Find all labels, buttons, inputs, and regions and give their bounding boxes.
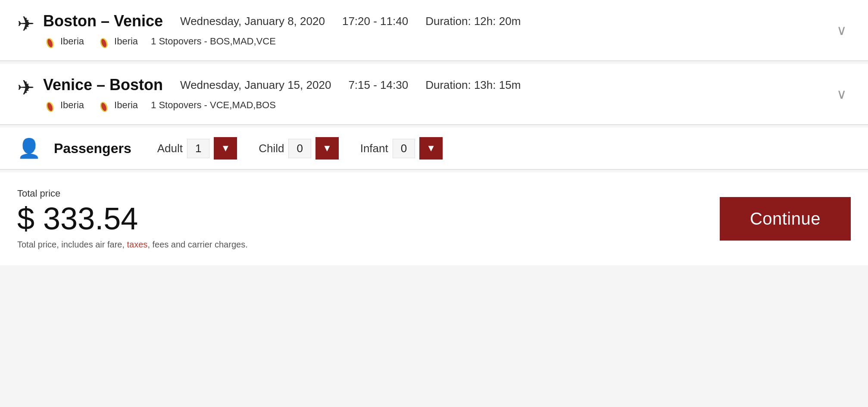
passengers-section: 👤 Passengers Adult 1 ▼ Child 0 ▼ Infant … bbox=[0, 128, 868, 170]
flight2-airline1-name: Iberia bbox=[60, 100, 84, 111]
passengers-label: Passengers bbox=[54, 141, 131, 157]
flight1-left: ✈ Boston – Venice Wednesday, January 8, … bbox=[17, 12, 521, 48]
flight1-airline2-name: Iberia bbox=[114, 36, 138, 47]
infant-dropdown-button[interactable]: ▼ bbox=[419, 137, 443, 160]
adult-dropdown-button[interactable]: ▼ bbox=[214, 137, 237, 160]
flight2-route: Venice – Boston bbox=[43, 76, 163, 94]
flight2-duration: Duration: 13h: 15m bbox=[425, 78, 521, 92]
iberia-logo-1 bbox=[43, 34, 57, 48]
adult-control: Adult 1 ▼ bbox=[157, 137, 237, 160]
infant-count: 0 bbox=[393, 139, 415, 158]
taxes-link[interactable]: taxes bbox=[127, 240, 148, 249]
price-note-suffix: , fees and carrier charges. bbox=[147, 240, 247, 249]
flight2-row: ✈ Venice – Boston Wednesday, January 15,… bbox=[17, 76, 851, 112]
flight2-airline1: Iberia bbox=[43, 98, 84, 112]
infant-label: Infant bbox=[360, 142, 388, 155]
child-control: Child 0 ▼ bbox=[259, 137, 339, 160]
continue-button[interactable]: Continue bbox=[720, 197, 851, 241]
flight2-expand-button[interactable]: ∨ bbox=[832, 81, 851, 106]
plane-icon-1: ✈ bbox=[17, 14, 34, 34]
price-note-prefix: Total price, includes air fare, bbox=[17, 240, 127, 249]
iberia-logo-2 bbox=[97, 34, 111, 48]
flight2-section: ✈ Venice – Boston Wednesday, January 15,… bbox=[0, 64, 868, 125]
flight2-time: 7:15 - 14:30 bbox=[348, 78, 408, 92]
adult-chevron-icon: ▼ bbox=[221, 143, 230, 154]
flight1-time: 17:20 - 11:40 bbox=[342, 15, 408, 28]
price-note: Total price, includes air fare, taxes, f… bbox=[17, 240, 248, 250]
flight2-info: Venice – Boston Wednesday, January 15, 2… bbox=[43, 76, 521, 112]
flight2-airlines: Iberia Iberia 1 Stopovers - VCE,MAD,BOS bbox=[43, 98, 521, 112]
person-icon: 👤 bbox=[17, 137, 41, 160]
flight2-date: Wednesday, January 15, 2020 bbox=[180, 78, 331, 92]
flight1-title-row: Boston – Venice Wednesday, January 8, 20… bbox=[43, 12, 521, 30]
total-price-label: Total price bbox=[17, 188, 248, 199]
flight2-left: ✈ Venice – Boston Wednesday, January 15,… bbox=[17, 76, 521, 112]
child-label: Child bbox=[259, 142, 284, 155]
child-chevron-icon: ▼ bbox=[322, 143, 332, 154]
iberia-logo-3 bbox=[43, 98, 57, 112]
adult-label: Adult bbox=[157, 142, 183, 155]
iberia-logo-4 bbox=[97, 98, 111, 112]
flight1-airline2: Iberia bbox=[97, 34, 138, 48]
infant-chevron-icon: ▼ bbox=[426, 143, 436, 154]
flight2-airline2: Iberia bbox=[97, 98, 138, 112]
child-count: 0 bbox=[288, 139, 311, 158]
infant-control: Infant 0 ▼ bbox=[360, 137, 443, 160]
flight1-airline1: Iberia bbox=[43, 34, 84, 48]
flight2-title-row: Venice – Boston Wednesday, January 15, 2… bbox=[43, 76, 521, 94]
flight1-stopovers: 1 Stopovers - BOS,MAD,VCE bbox=[151, 36, 276, 47]
flight1-row: ✈ Boston – Venice Wednesday, January 8, … bbox=[17, 12, 851, 48]
plane-icon-2: ✈ bbox=[17, 78, 34, 98]
flight1-airlines: Iberia Iberia 1 Stopovers - BOS,MAD,VCE bbox=[43, 34, 521, 48]
flight1-info: Boston – Venice Wednesday, January 8, 20… bbox=[43, 12, 521, 48]
flight1-date: Wednesday, January 8, 2020 bbox=[180, 15, 325, 28]
price-left: Total price $ 333.54 Total price, includ… bbox=[17, 188, 248, 250]
flight2-airline2-name: Iberia bbox=[114, 100, 138, 111]
flight1-section: ✈ Boston – Venice Wednesday, January 8, … bbox=[0, 0, 868, 61]
flight1-duration: Duration: 12h: 20m bbox=[425, 15, 521, 28]
price-section: Total price $ 333.54 Total price, includ… bbox=[0, 172, 868, 265]
flight1-expand-button[interactable]: ∨ bbox=[832, 18, 851, 43]
child-dropdown-button[interactable]: ▼ bbox=[315, 137, 339, 160]
total-price-amount: $ 333.54 bbox=[17, 201, 248, 236]
flight1-route: Boston – Venice bbox=[43, 12, 163, 30]
flight1-airline1-name: Iberia bbox=[60, 36, 84, 47]
adult-count: 1 bbox=[187, 139, 209, 158]
flight2-stopovers: 1 Stopovers - VCE,MAD,BOS bbox=[151, 100, 276, 111]
